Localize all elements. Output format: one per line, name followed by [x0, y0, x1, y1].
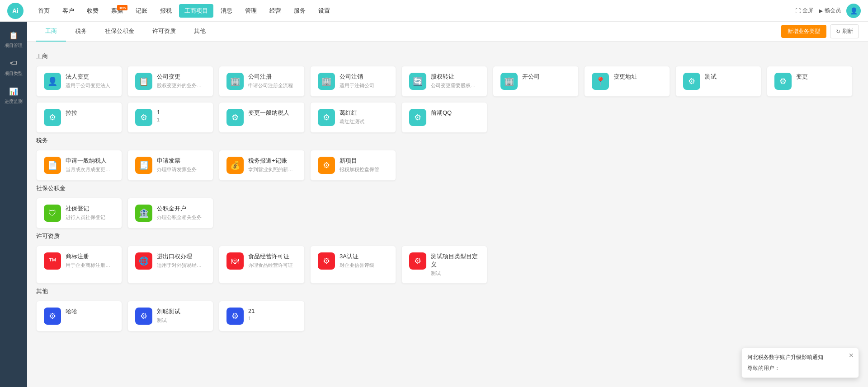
tab-社保公积金[interactable]: 社保公积金 — [96, 22, 143, 42]
card-desc: 办理申请发票业务 — [157, 166, 206, 173]
sidebar-item-项目管理[interactable]: 📋项目管理 — [0, 25, 27, 53]
nav-item-报税[interactable]: 报税 — [155, 4, 177, 18]
sidebar-item-项目类型[interactable]: 🏷项目类型 — [0, 53, 27, 81]
card-3A认证[interactable]: ⚙ 3A认证 对企业信誉评级 — [310, 246, 396, 284]
nav-item-设置[interactable]: 设置 — [313, 4, 335, 18]
sidebar-label: 进度监测 — [5, 98, 23, 105]
member-button[interactable]: ▶ 畅会员 — [819, 7, 841, 14]
card-拉拉[interactable]: ⚙ 拉拉 — [36, 102, 122, 133]
tab-其他[interactable]: 其他 — [185, 22, 215, 42]
card-申请发票[interactable]: 🧾 申请发票 办理申请发票业务 — [127, 150, 213, 181]
card-葛红红[interactable]: ⚙ 葛红红 葛红红测试 — [310, 102, 396, 133]
tab-税务[interactable]: 税务 — [66, 22, 96, 42]
card-哈哈[interactable]: ⚙ 哈哈 — [36, 301, 122, 331]
card-社保登记[interactable]: 🛡 社保登记 进行人员社保登记 — [36, 198, 122, 228]
card-name: 社保登记 — [66, 205, 114, 213]
card-desc: 拿到营业执照的新公司 — [248, 166, 297, 173]
card-商标注册[interactable]: ™ 商标注册 用于企业商标注册服务 — [36, 246, 122, 284]
card-info: 1 1 — [157, 109, 206, 122]
member-label: 畅会员 — [825, 7, 841, 14]
nav-item-票据[interactable]: 票据new — [106, 4, 128, 18]
card-icon: 🏢 — [318, 73, 335, 90]
card-info: 测试 — [705, 73, 754, 82]
card-测试项目类型目定义[interactable]: ⚙ 测试项目类型目定义 测试 — [401, 246, 487, 284]
nav-item-收费[interactable]: 收费 — [81, 4, 104, 18]
nav-right: ⛶ 全屏 ▶ 畅会员 👤 — [795, 4, 861, 18]
refresh-button[interactable]: ↻ 刷新 — [830, 24, 859, 38]
card-公司注册[interactable]: 🏢 公司注册 申请公司注册全流程 — [219, 66, 305, 97]
card-前期QQ[interactable]: ⚙ 前期QQ — [401, 102, 487, 133]
card-icon: 📍 — [592, 73, 609, 90]
card-name: 拉拉 — [66, 109, 114, 117]
card-法人变更[interactable]: 👤 法人变更 适用于公司变更法人 — [36, 66, 122, 97]
card-name: 3A认证 — [340, 252, 388, 261]
section-title-税务: 税务 — [36, 136, 859, 145]
notification-body: 尊敬的用户： — [747, 364, 853, 372]
nav-item-服务[interactable]: 服务 — [288, 4, 311, 18]
tab-actions: 新增业务类型 ↻ 刷新 — [781, 24, 859, 38]
card-info: 葛红红 葛红红测试 — [340, 109, 388, 125]
card-icon: ⚙ — [226, 109, 244, 126]
card-进出口权办理[interactable]: 🌐 进出口权办理 适用于对外贸易经营者 — [127, 246, 213, 284]
card-name: 测试项目类型目定义 — [431, 252, 480, 269]
card-info: 股权转让 公司变更需要股权转让 — [431, 73, 480, 89]
nav-item-管理[interactable]: 管理 — [240, 4, 262, 18]
card-1[interactable]: ⚙ 1 1 — [127, 102, 213, 133]
card-info: 21 1 — [248, 308, 297, 321]
card-info: 变更一般纳税人 — [248, 109, 297, 118]
sidebar-label: 项目管理 — [5, 42, 23, 49]
card-icon: ⚙ — [774, 73, 792, 90]
card-新项目[interactable]: ⚙ 新项目 报税加税控盘保管 — [310, 150, 396, 181]
card-icon: ⚙ — [683, 73, 700, 90]
card-name: 申请发票 — [157, 157, 206, 165]
card-公积金开户[interactable]: 🏦 公积金开户 办理公积金相关业务 — [127, 198, 213, 228]
card-name: 申请一般纳税人 — [66, 157, 114, 165]
card-name: 公司变更 — [157, 73, 206, 81]
card-name: 变更一般纳税人 — [248, 109, 297, 117]
card-开公司[interactable]: 🏢 开公司 — [493, 66, 579, 97]
nav-item-消息[interactable]: 消息 — [215, 4, 238, 18]
card-icon: ⚙ — [135, 109, 152, 126]
nav-item-记账[interactable]: 记账 — [130, 4, 153, 18]
section-title-社保公积金: 社保公积金 — [36, 184, 859, 192]
card-公司注销[interactable]: 🏢 公司注销 适用于注销公司 — [310, 66, 396, 97]
card-测试[interactable]: ⚙ 测试 — [675, 66, 761, 97]
card-食品经营许可证[interactable]: 🍽 食品经营许可证 办理食品经营许可证 — [219, 246, 305, 284]
tab-许可资质[interactable]: 许可资质 — [143, 22, 185, 42]
card-21[interactable]: ⚙ 21 1 — [219, 301, 305, 331]
card-info: 进出口权办理 适用于对外贸易经营者 — [157, 252, 206, 269]
card-申请一般纳税人[interactable]: 📄 申请一般纳税人 当月或次月成变更完成 — [36, 150, 122, 181]
sidebar-item-进度监测[interactable]: 📊进度监测 — [0, 81, 27, 109]
card-变更一般纳税人[interactable]: ⚙ 变更一般纳税人 — [219, 102, 305, 133]
card-公司变更[interactable]: 📋 公司变更 股权变更外的业务变更 — [127, 66, 213, 97]
card-icon: ⚙ — [318, 109, 335, 126]
card-变更地址[interactable]: 📍 变更地址 — [584, 66, 670, 97]
card-变更[interactable]: ⚙ 变更 — [767, 66, 853, 97]
notification-close-button[interactable]: ✕ — [849, 352, 854, 359]
card-desc: 1 — [248, 316, 297, 321]
card-info: 公积金开户 办理公积金相关业务 — [157, 205, 206, 221]
card-icon: ⚙ — [135, 308, 152, 325]
card-name: 变更 — [796, 73, 845, 81]
refresh-label: 刷新 — [842, 28, 853, 35]
card-股权转让[interactable]: 🔄 股权转让 公司变更需要股权转让 — [401, 66, 487, 97]
card-税务报道+记账[interactable]: 💰 税务报道+记账 拿到营业执照的新公司 — [219, 150, 305, 181]
add-business-type-button[interactable]: 新增业务类型 — [781, 25, 826, 38]
card-name: 开公司 — [522, 73, 571, 81]
nav-item-客户[interactable]: 客户 — [57, 4, 80, 18]
nav-item-经营[interactable]: 经营 — [264, 4, 287, 18]
tab-工商[interactable]: 工商 — [36, 22, 66, 42]
avatar[interactable]: 👤 — [846, 4, 861, 18]
nav-item-工商项目[interactable]: 工商项目 — [179, 4, 213, 18]
card-info: 食品经营许可证 办理食品经营许可证 — [248, 252, 297, 269]
tab-bar: 工商税务社保公积金许可资质其他 新增业务类型 ↻ 刷新 — [27, 22, 868, 42]
nav-item-首页[interactable]: 首页 — [33, 4, 55, 18]
tabs: 工商税务社保公积金许可资质其他 — [36, 22, 215, 42]
card-icon: ™ — [44, 252, 61, 270]
card-desc: 进行人员社保登记 — [66, 214, 114, 221]
nav-badge: new — [117, 5, 127, 10]
card-info: 测试项目类型目定义 测试 — [431, 252, 480, 277]
fullscreen-button[interactable]: ⛶ 全屏 — [795, 7, 813, 14]
card-name: 食品经营许可证 — [248, 252, 297, 261]
card-刘聪测试[interactable]: ⚙ 刘聪测试 测试 — [127, 301, 213, 331]
